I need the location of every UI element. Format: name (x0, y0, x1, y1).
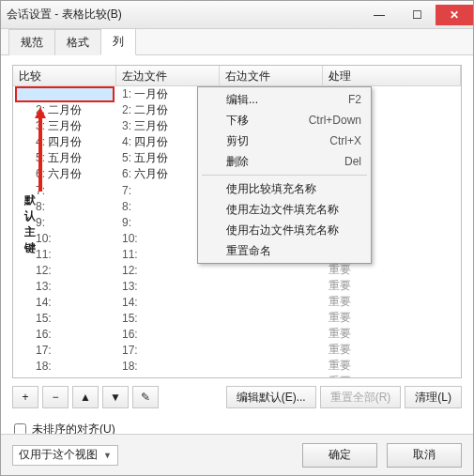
minus-icon: − (52, 391, 58, 404)
pencil-icon: ✎ (141, 391, 150, 404)
header-handling[interactable]: 处理 (323, 66, 461, 85)
grid-toolbar: + − ▲ ▼ ✎ 编辑默认(E)... 重置全部(R) 清理(L) (12, 386, 462, 408)
view-scope-value: 仅用于这个视图 (19, 447, 98, 463)
chevron-down-icon: ▼ (103, 451, 112, 460)
titlebar: 会话设置 - 表格比较(B) — ☐ ✕ (1, 1, 473, 29)
move-up-button[interactable]: ▲ (72, 386, 99, 408)
menu-reset-name[interactable]: 重置命名 (200, 240, 369, 261)
ok-button[interactable]: 确定 (302, 443, 377, 468)
context-menu: 编辑...F2 下移Ctrl+Down 剪切Ctrl+X 删除Del 使用比较填… (197, 86, 372, 264)
table-row[interactable]: 17:17:重要 (13, 342, 461, 358)
dialog-footer: 仅用于这个视图 ▼ 确定 取消 (1, 434, 473, 475)
dialog-window: 会话设置 - 表格比较(B) — ☐ ✕ 规范 格式 列 比较 左边文件 右边文… (0, 0, 474, 476)
down-icon: ▼ (110, 391, 121, 404)
edit-button[interactable]: ✎ (132, 386, 159, 408)
menu-edit[interactable]: 编辑...F2 (200, 89, 369, 110)
header-left-file[interactable]: 左边文件 (116, 66, 220, 85)
window-title: 会话设置 - 表格比较(B) (7, 7, 360, 23)
table-row[interactable]: 15:15:重要 (13, 310, 461, 326)
maximize-button[interactable]: ☐ (398, 5, 436, 25)
header-compare[interactable]: 比较 (13, 66, 116, 85)
tab-bar: 规范 格式 列 (1, 29, 473, 55)
close-button[interactable]: ✕ (436, 5, 473, 25)
remove-button[interactable]: − (42, 386, 69, 408)
menu-fill-left[interactable]: 使用左边文件填充名称 (200, 199, 369, 220)
tab-columns[interactable]: 列 (100, 28, 136, 55)
minimize-button[interactable]: — (360, 5, 398, 25)
plus-icon: + (22, 391, 28, 404)
tab-format[interactable]: 格式 (54, 29, 101, 55)
move-down-button[interactable]: ▼ (102, 386, 129, 408)
up-icon: ▲ (80, 391, 91, 404)
header-right-file[interactable]: 右边文件 (220, 66, 323, 85)
table-row[interactable]: 18:18:重要 (13, 358, 461, 374)
view-scope-select[interactable]: 仅用于这个视图 ▼ (12, 445, 118, 466)
edit-defaults-button[interactable]: 编辑默认(E)... (226, 386, 316, 408)
menu-fill-compare[interactable]: 使用比较填充名称 (200, 178, 369, 199)
tab-spec[interactable]: 规范 (8, 29, 55, 55)
annotation-arrow-icon (35, 107, 46, 192)
reset-all-button[interactable]: 重置全部(R) (320, 386, 402, 408)
menu-move-down[interactable]: 下移Ctrl+Down (200, 110, 369, 131)
table-row[interactable]: 12:12:重要 (13, 262, 461, 278)
add-button[interactable]: + (12, 386, 38, 408)
table-row[interactable]: 14:14:重要 (13, 294, 461, 310)
table-row[interactable]: 19:19:重要 (13, 374, 461, 378)
window-controls: — ☐ ✕ (360, 5, 473, 25)
menu-cut[interactable]: 剪切Ctrl+X (200, 131, 369, 151)
menu-fill-right[interactable]: 使用右边文件填充名称 (200, 220, 369, 240)
cancel-button[interactable]: 取消 (387, 443, 462, 468)
table-row[interactable]: 16:16:重要 (13, 326, 461, 342)
menu-delete[interactable]: 删除Del (200, 151, 369, 172)
clear-button[interactable]: 清理(L) (405, 386, 462, 408)
annotation-label: 默认主键 (24, 192, 43, 255)
grid-header: 比较 左边文件 右边文件 处理 (13, 66, 461, 86)
menu-separator (202, 175, 367, 176)
table-row[interactable]: 13:13:重要 (13, 278, 461, 294)
